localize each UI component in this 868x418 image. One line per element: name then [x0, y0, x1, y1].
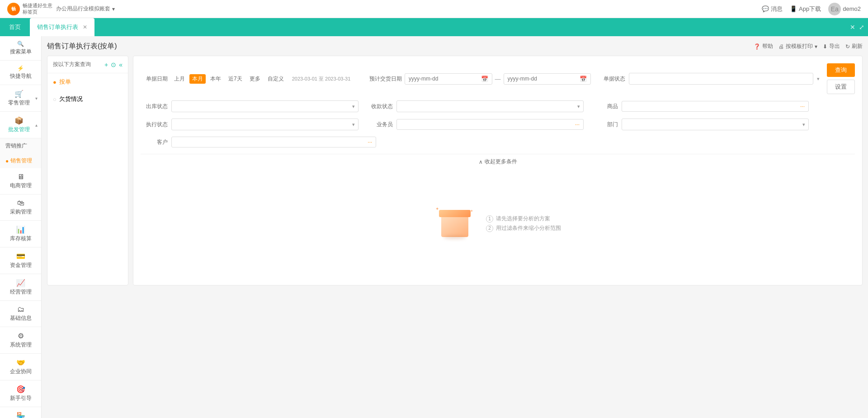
payment-status-label: 收款状态 [366, 103, 393, 110]
add-scheme-btn[interactable]: + [104, 61, 108, 68]
department-select-wrapper [622, 119, 809, 130]
sidebar-item-inventory[interactable]: 📊 库存核算 [0, 221, 41, 247]
sidebar-item-finance[interactable]: 💳 资金管理 [0, 247, 41, 274]
box-lid [439, 210, 471, 217]
expected-date-label: 预计交货日期 [369, 75, 402, 83]
date-filter-group: 单据日期 上月 本月 本年 近7天 更多 自定义 2023-03-01 至 20… [141, 74, 362, 84]
refresh-icon: ↻ [845, 43, 850, 50]
expected-date-start[interactable]: 📅 [405, 73, 492, 85]
sidebar-item-corp[interactable]: 🤝 企业协同 [0, 354, 41, 380]
tab-close-icon[interactable]: ✕ [83, 24, 87, 30]
payment-status-select[interactable]: 未收款 部分收款 已收款 [396, 100, 584, 112]
expected-date-start-input[interactable] [409, 76, 481, 82]
delivery-status-label: 出库状态 [141, 103, 168, 110]
calendar-start-icon: 📅 [481, 76, 488, 82]
sidebar-item-basic[interactable]: 🗂 基础信息 [0, 301, 41, 327]
doc-status-select[interactable]: 待审核 已审核 已关闭 [629, 73, 813, 85]
collapse-more-btn[interactable]: ∧ 收起更多条件 [141, 154, 855, 169]
customer-selector[interactable]: ··· [171, 137, 376, 147]
expected-date-group: 预计交货日期 📅 — 📅 [369, 73, 591, 85]
purchase-icon: 🛍 [17, 199, 24, 207]
inactive-scheme-icon: ○ [53, 96, 57, 103]
doc-status-group: 单据状态 待审核 已审核 已关闭 ▾ [598, 73, 820, 85]
basic-icon: 🗂 [17, 305, 24, 314]
user-menu[interactable]: Ea demo2 [828, 3, 861, 15]
active-dot-icon: ● [5, 158, 9, 164]
date-tab-last-7[interactable]: 近7天 [226, 74, 245, 84]
date-tab-more[interactable]: 更多 [247, 74, 263, 84]
close-window-btn[interactable]: ✕ [850, 24, 855, 31]
empty-steps: 1 请先选择要分析的方案 2 用过滤条件来缩小分析范围 [486, 215, 561, 232]
sidebar-item-appstore[interactable]: 🏪 应用中心 [0, 407, 41, 418]
salesperson-ellipsis-icon: ··· [575, 121, 580, 128]
sidebar-search[interactable]: 🔍 搜索菜单 [0, 36, 41, 61]
expected-date-end[interactable]: 📅 [504, 73, 591, 85]
goods-group: 商品 ··· [591, 101, 809, 112]
salesperson-group: 业务员 ··· [366, 119, 584, 130]
date-tab-this-month[interactable]: 本月 [189, 74, 206, 84]
newbie-icon: 🎯 [16, 385, 25, 394]
date-label: 单据日期 [141, 75, 168, 83]
doc-status-select-wrapper: 待审核 已审核 已关闭 [629, 73, 813, 85]
export-btn[interactable]: ⬇ 导出 [823, 43, 840, 50]
salesperson-selector[interactable]: ··· [396, 119, 584, 130]
sidebar-item-purchase[interactable]: 🛍 采购管理 [0, 195, 41, 221]
breadcrumb[interactable]: 办公用品行业模拟账套 ▾ [56, 5, 115, 13]
goods-selector[interactable]: ··· [622, 101, 809, 112]
department-select[interactable] [622, 119, 809, 130]
delivery-status-select[interactable]: 待出库 部分出库 已出库 [171, 100, 359, 112]
logo-text: 畅捷通好生意 标签页 [23, 3, 52, 14]
help-btn[interactable]: ❓ 帮助 [754, 43, 773, 50]
sidebar-item-ecommerce[interactable]: 🖥 电商管理 [0, 168, 41, 195]
print-btn[interactable]: 🖨 按模板打印 ▾ [778, 43, 817, 50]
sidebar-item-wholesale[interactable]: 📦 批发管理 ▴ [0, 112, 41, 138]
sidebar-item-newbie[interactable]: 🎯 新手引导 [0, 380, 41, 407]
inventory-icon: 📊 [16, 225, 25, 234]
payment-status-group: 收款状态 未收款 部分收款 已收款 [366, 100, 584, 112]
sidebar-quick-nav[interactable]: ⚡ 快捷导航 [0, 61, 41, 85]
filter-row-2: 出库状态 待出库 部分出库 已出库 收款状态 [141, 100, 855, 112]
expected-date-end-input[interactable] [508, 76, 580, 82]
scheme-item-by-order[interactable]: ● 按单 [47, 73, 128, 90]
exec-status-select[interactable]: 执行中 已完成 [171, 119, 359, 130]
scheme-item-by-owe[interactable]: ○ 欠货情况 [47, 90, 128, 108]
sidebar-sub-marketing[interactable]: 营销推广 [0, 138, 41, 153]
exec-status-select-wrapper: 执行中 已完成 [171, 119, 359, 130]
settings-button[interactable]: 设置 [827, 80, 855, 94]
app-download-btn[interactable]: 📱 App下载 [790, 5, 821, 13]
tab-sales-exec[interactable]: 销售订单执行表 ✕ [30, 18, 94, 36]
tab-bar-actions: ✕ ⤢ [850, 24, 868, 31]
active-scheme-icon: ● [53, 79, 57, 86]
status-chevron-icon: ▾ [817, 76, 820, 82]
calendar-end-icon: 📅 [580, 76, 587, 82]
top-bar: 畅 畅捷通好生意 标签页 办公用品行业模拟账套 ▾ 💬 消息 📱 App下载 E… [0, 0, 868, 18]
left-panel-header: 按以下方案查询 + ⊙ « [47, 56, 128, 73]
nav-icon: ⚡ [17, 65, 24, 71]
customer-group: 客户 ··· [141, 137, 376, 147]
copy-scheme-btn[interactable]: ⊙ [111, 61, 116, 68]
filter-row-1: 单据日期 上月 本月 本年 近7天 更多 自定义 2023-03-01 至 20… [141, 63, 855, 94]
sidebar-item-operations[interactable]: 📈 经营管理 [0, 274, 41, 301]
message-btn[interactable]: 💬 消息 [762, 5, 783, 13]
collapse-panel-btn[interactable]: « [119, 61, 123, 68]
date-tab-this-year[interactable]: 本年 [208, 74, 224, 84]
date-tab-custom[interactable]: 自定义 [265, 74, 287, 84]
content-area: 销售订单执行表(按单) ❓ 帮助 🖨 按模板打印 ▾ ⬇ 导出 ↻ 刷新 [42, 36, 868, 418]
export-icon: ⬇ [823, 43, 827, 50]
customer-ellipsis-icon: ··· [368, 139, 372, 145]
sidebar-item-retail[interactable]: 🛒 零售管理 ▾ [0, 85, 41, 112]
salesperson-label: 业务员 [366, 121, 393, 128]
date-tab-last-month[interactable]: 上月 [171, 74, 188, 84]
tab-home[interactable]: 首页 [0, 18, 30, 36]
page-actions: ❓ 帮助 🖨 按模板打印 ▾ ⬇ 导出 ↻ 刷新 [754, 43, 863, 50]
delivery-status-select-wrapper: 待出库 部分出库 已出库 [171, 100, 359, 112]
wholesale-icon: 📦 [14, 116, 24, 125]
expand-window-btn[interactable]: ⤢ [859, 24, 864, 31]
date-dash: — [495, 76, 501, 82]
query-button[interactable]: 查询 [827, 63, 855, 77]
finance-icon: 💳 [16, 252, 25, 261]
refresh-btn[interactable]: ↻ 刷新 [845, 43, 863, 50]
sidebar-sub-sales[interactable]: ● 销售管理 [0, 153, 41, 168]
delivery-status-group: 出库状态 待出库 部分出库 已出库 [141, 100, 359, 112]
sidebar-item-system[interactable]: ⚙ 系统管理 [0, 327, 41, 354]
